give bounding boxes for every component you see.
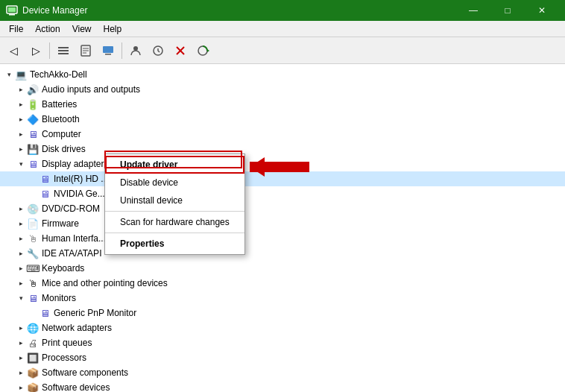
display-icon: 🖥 [27,158,39,170]
tree-swdevices[interactable]: ▸ 📦 Software devices [0,380,565,392]
tree-nvidia[interactable]: 🖥 NVIDIA Ge... [0,186,565,201]
minimize-button[interactable]: — [456,0,490,21]
expand-audio[interactable]: ▸ [15,83,27,95]
computer-label: Computer [42,129,81,139]
tree-swcomponents[interactable]: ▸ 📦 Software components [0,365,565,380]
close-button[interactable]: ✕ [525,0,559,21]
tree-intelhd[interactable]: 🖥 Intel(R) HD ... [0,171,565,186]
svg-rect-3 [58,50,69,51]
devmgr-button[interactable] [98,40,119,61]
expand-diskdrives[interactable]: ▸ [15,143,27,155]
ctx-update-driver[interactable]: Update driver [105,156,244,174]
keyboard-icon: ⌨ [27,262,39,274]
expand-firmware[interactable]: ▸ [15,218,27,230]
menu-file[interactable]: File [3,22,29,36]
genericpnp-icon: 🖥 [39,307,51,319]
processors-label: Processors [42,353,86,363]
expand-network[interactable]: ▸ [15,322,27,334]
maximize-button[interactable]: □ [490,0,525,21]
expand-dvd[interactable]: ▸ [15,203,27,215]
disable-device-label: Disable device [120,177,178,188]
nvidia-label: NVIDIA Ge... [54,189,105,199]
scan-button[interactable] [192,40,213,61]
ctx-properties[interactable]: Properties [105,235,244,253]
menu-view[interactable]: View [66,22,98,36]
tree-mice[interactable]: ▸ 🖱 Mice and other pointing devices [0,276,565,291]
ctx-uninstall-device[interactable]: Uninstall device [105,192,244,209]
expand-print[interactable]: ▸ [15,337,27,349]
tree-audio[interactable]: ▸ 🔊 Audio inputs and outputs [0,82,565,97]
bluetooth-icon: 🔷 [27,113,39,125]
expand-bluetooth[interactable]: ▸ [15,113,27,125]
collapse-button[interactable] [53,40,74,61]
forward-button[interactable]: ▷ [25,40,46,61]
tree-keyboards[interactable]: ▸ ⌨ Keyboards [0,261,565,276]
tree-humaninterface[interactable]: ▸ 🖱 Human Interfa... [0,231,565,246]
genericpnp-label: Generic PnP Monitor [54,308,136,318]
tree-diskdrives[interactable]: ▸ 💾 Disk drives [0,142,565,157]
tree-root[interactable]: ▾ 💻 TechAkko-Dell [0,67,565,82]
svg-marker-17 [207,49,209,52]
tree-genericpnp[interactable]: 🖥 Generic PnP Monitor [0,306,565,320]
tree-ide[interactable]: ▸ 🔧 IDE ATA/ATAPI [0,246,565,261]
expand-hid[interactable]: ▸ [15,233,27,244]
computer-icon: 💻 [15,69,27,80]
tree-monitors[interactable]: ▾ 🖥 Monitors [0,291,565,306]
nvidia-icon: 🖥 [39,188,51,200]
properties-label: Properties [120,238,164,249]
expand-root[interactable]: ▾ [3,69,15,80]
expand-monitors[interactable]: ▾ [15,292,27,304]
batteries-label: Batteries [42,99,77,110]
dvd-label: DVD/CD-ROM [42,203,100,214]
tree-displayadapters[interactable]: ▾ 🖥 Display adapters [0,157,565,171]
diskdrives-label: Disk drives [42,144,86,154]
network-icon: 🌐 [27,322,39,334]
intelhd-icon: 🖥 [39,173,51,185]
svg-rect-4 [58,47,69,48]
tree-batteries[interactable]: ▸ 🔋 Batteries [0,97,565,112]
svg-rect-11 [105,54,111,55]
swdevices-icon: 📦 [27,382,39,392]
expand-swcomponents[interactable]: ▸ [15,367,27,379]
context-menu: Update driver Disable device Uninstall d… [104,154,245,255]
expand-genericpnp [27,307,39,319]
ctx-separator-2 [105,233,244,233]
user-button[interactable] [125,40,146,61]
expand-processors[interactable]: ▸ [15,352,27,364]
expand-computer[interactable]: ▸ [15,128,27,140]
toolbar-separator-1 [49,42,50,59]
tree-dvd[interactable]: ▸ 💿 DVD/CD-ROM [0,201,565,216]
firmware-label: Firmware [42,218,79,229]
expand-displayadapters[interactable]: ▾ [15,158,27,170]
tree-printqueues[interactable]: ▸ 🖨 Print queues [0,335,565,350]
ctx-scan-hardware[interactable]: Scan for hardware changes [105,213,244,231]
root-label: TechAkko-Dell [30,69,87,80]
back-button[interactable]: ◁ [3,40,24,61]
ide-icon: 🔧 [27,247,39,259]
expand-mice[interactable]: ▸ [15,277,27,289]
mice-label: Mice and other pointing devices [42,278,168,288]
expand-batteries[interactable]: ▸ [15,98,27,110]
menu-help[interactable]: Help [98,22,128,36]
ctx-disable-device[interactable]: Disable device [105,174,244,192]
tree-processors[interactable]: ▸ 🔲 Processors [0,350,565,365]
uninstall-button[interactable] [170,40,191,61]
properties-button[interactable] [75,40,96,61]
tree-computer[interactable]: ▸ 🖥 Computer [0,127,565,142]
intelhd-label: Intel(R) HD ... [54,174,108,184]
displayadapters-label: Display adapters [42,159,108,169]
processors-icon: 🔲 [27,352,39,364]
update-driver-button[interactable] [148,40,168,61]
ctx-separator-1 [105,211,244,212]
svg-rect-5 [58,53,69,54]
scan-hardware-label: Scan for hardware changes [120,217,230,227]
toolbar-separator-2 [121,42,122,59]
tree-firmware[interactable]: ▸ 📄 Firmware [0,216,565,231]
menu-action[interactable]: Action [29,22,66,36]
tree-networkadapters[interactable]: ▸ 🌐 Network adapters [0,320,565,335]
device-tree[interactable]: ▾ 💻 TechAkko-Dell ▸ 🔊 Audio inputs and o… [0,64,565,392]
menubar: File Action View Help [0,21,565,37]
tree-bluetooth[interactable]: ▸ 🔷 Bluetooth [0,112,565,127]
expand-swdevices[interactable]: ▸ [15,382,27,392]
expand-ide[interactable]: ▸ [15,247,27,259]
